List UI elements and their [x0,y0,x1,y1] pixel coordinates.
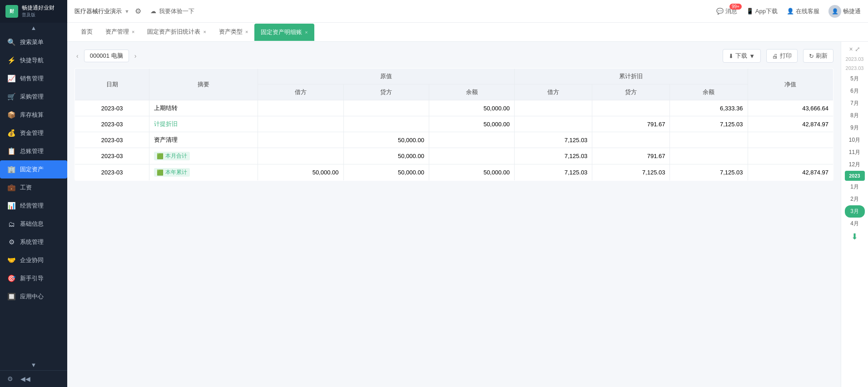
sidebar-item-label: 搜索菜单 [20,38,44,46]
experience-btn[interactable]: ☁ 我要体验一下 [150,7,194,15]
timeline-month-1[interactable]: 1月 [845,181,865,193]
sidebar-logo: 财 畅捷通好业财 普及版 [0,0,67,23]
cell-jingzhi [748,148,833,164]
refresh-btn[interactable]: ↻ 刷新 [803,49,833,63]
system-icon: ⚙ [7,238,15,246]
sidebar-item-inventory[interactable]: 📦 库存核算 [0,106,67,124]
tab-asset-management[interactable]: 资产管理 × [99,23,141,41]
timeline-expand-btn[interactable]: ⤢ [855,45,860,53]
fixed-assets-icon: 🏢 [7,165,15,174]
badge-label: 本月合计 [165,152,187,160]
sidebar-item-label: 总账管理 [20,147,44,155]
tab-close-icon[interactable]: × [132,29,134,35]
asset-prev-btn[interactable]: ‹ [74,50,80,61]
print-btn[interactable]: 🖨 打印 [766,49,798,63]
timeline-year-2023[interactable]: 2023 [845,171,865,181]
app-download-icon: 📱 [746,8,754,15]
tab-depreciation-table[interactable]: 固定资产折旧统计表 × [141,23,212,41]
timeline-month-8[interactable]: 8月 [845,109,865,122]
company-name: 医疗器械行业演示 [74,7,122,15]
app-download-btn[interactable]: 📱 App下载 [746,7,778,15]
sidebar-item-search[interactable]: 🔍 搜索菜单 [0,33,67,51]
sidebar-scroll-down[interactable]: ▼ [0,360,67,370]
col-jingzhi: 净值 [748,69,833,100]
settings-icon[interactable]: ⚙ [7,375,13,382]
cell-yuanzhi-daif: 50,000.00 [343,164,429,181]
online-service-btn[interactable]: 👤 在线客服 [787,7,819,15]
purchase-icon: 🛒 [7,93,15,101]
content-area: ‹ 000001 电脑 › ⬇ 下载 ▼ 🖨 打印 [67,42,868,387]
sidebar-item-purchase[interactable]: 🛒 采购管理 [0,88,67,106]
sidebar-item-fixed-assets[interactable]: 🏢 固定资产 [0,160,67,179]
asset-code: 000001 电脑 [90,52,123,59]
timeline-month-3-active[interactable]: 3月 [845,205,865,218]
sidebar-item-app-center[interactable]: 🔲 应用中心 [0,288,67,306]
month-badge: 🟩 本年累计 [154,168,190,177]
sidebar-item-payroll[interactable]: 💼 工资 [0,179,67,197]
timeline-month-10[interactable]: 10月 [845,134,865,146]
tab-close-icon[interactable]: × [305,30,308,35]
cell-yuanzhi-yue [429,148,514,164]
tab-close-icon[interactable]: × [203,29,206,35]
cell-yuanzhi-jief [258,132,343,148]
sidebar-scroll-up[interactable]: ▲ [0,23,67,33]
timeline-month-7[interactable]: 7月 [845,97,865,109]
month-badge: 🟩 本月合计 [154,152,190,160]
timeline-month-4[interactable]: 4月 [845,218,865,230]
sidebar-item-label: 快捷导航 [20,56,44,64]
cell-yuanzhi-daif [343,116,429,132]
timeline-month-9[interactable]: 9月 [845,122,865,134]
sidebar-item-quicknav[interactable]: ⚡ 快捷导航 [0,51,67,69]
sidebar-item-label: 工资 [20,184,32,192]
asset-code-item[interactable]: 000001 电脑 [84,50,129,62]
sidebar-nav: 🔍 搜索菜单 ⚡ 快捷导航 📈 销售管理 🛒 采购管理 📦 库存核算 💰 资金管… [0,33,67,360]
timeline-month-2[interactable]: 2月 [845,193,865,205]
table-row: 2023-03 计提折旧 50,000.00 791.67 7,125.03 4… [75,116,833,132]
badge-icon: 🟩 [157,153,164,159]
cell-summary: 🟩 本年累计 [149,164,258,181]
asset-next-btn[interactable]: › [133,50,139,61]
tab-home[interactable]: 首页 [74,23,99,41]
online-service-label: 在线客服 [796,7,819,15]
cell-date: 2023-03 [75,148,149,164]
timeline-month-11[interactable]: 11月 [845,146,865,159]
col-summary: 摘要 [149,69,258,100]
timeline-close-btn[interactable]: × [849,45,853,53]
sidebar-item-label: 新手引导 [20,274,44,283]
collab-icon: 🤝 [7,256,15,264]
topbar-settings-icon[interactable]: ⚙ [135,7,141,15]
cell-lejizheju-daif: 791.67 [592,148,670,164]
sidebar-item-label: 库存核算 [20,111,44,119]
timeline-month-12[interactable]: 12月 [845,159,865,171]
timeline-down-btn[interactable]: ⬇ [851,232,858,242]
collapse-icon[interactable]: ◀◀ [20,375,30,382]
sidebar-item-guide[interactable]: 🎯 新手引导 [0,269,67,288]
sidebar-item-funds[interactable]: 💰 资金管理 [0,124,67,142]
tab-asset-type[interactable]: 资产类型 × [213,23,254,41]
sidebar-item-label: 经营管理 [20,202,44,210]
sidebar-item-operations[interactable]: 📊 经营管理 [0,197,67,215]
sidebar-item-collab[interactable]: 🤝 企业协同 [0,251,67,269]
timeline-month-6[interactable]: 6月 [845,85,865,97]
message-btn[interactable]: 💬 消息 99+ [716,7,737,15]
user-menu[interactable]: 👤 畅捷通 [828,5,861,18]
asset-nav: ‹ 000001 电脑 › ⬇ 下载 ▼ 🖨 打印 [74,49,833,63]
cell-yuanzhi-jief: 50,000.00 [258,164,343,181]
cell-jingzhi [748,132,833,148]
tab-close-icon[interactable]: × [245,29,248,35]
sidebar-item-basic-info[interactable]: 🗂 基础信息 [0,215,67,233]
sidebar-item-label: 销售管理 [20,74,44,83]
sidebar-item-ledger[interactable]: 📋 总账管理 [0,142,67,160]
app-download-label: App下载 [755,7,778,15]
cell-date: 2023-03 [75,116,149,132]
cell-summary: 🟩 本月合计 [149,148,258,164]
experience-icon: ☁ [150,8,156,15]
timeline-panel: × ⤢ 2023.03 2023.03 5月 6月 7月 8月 9月 10月 1… [841,42,868,387]
sidebar-item-system[interactable]: ⚙ 系统管理 [0,233,67,251]
tab-asset-detail[interactable]: 固定资产明细账 × [254,24,314,41]
download-btn[interactable]: ⬇ 下载 ▼ [723,49,761,63]
operations-icon: 📊 [7,202,15,210]
company-selector[interactable]: 医疗器械行业演示 ▼ [74,7,129,15]
timeline-month-5[interactable]: 5月 [845,73,865,85]
sidebar-item-sales[interactable]: 📈 销售管理 [0,69,67,88]
